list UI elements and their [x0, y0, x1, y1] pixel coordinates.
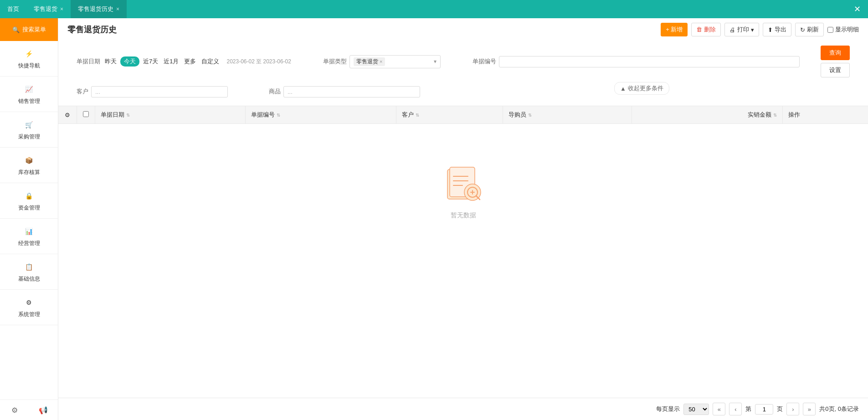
sidebar-item-label: 快捷导航 [18, 62, 40, 70]
customer-select[interactable]: ... [91, 86, 228, 97]
sidebar-item-basic-info[interactable]: 📋 基础信息 [0, 254, 58, 290]
date-label: 单据日期 [77, 57, 100, 66]
page-unit: 页 [777, 405, 783, 413]
th-date: 单据日期 ⇅ [95, 106, 246, 124]
sidebar-search[interactable]: 🔍 搜索菜单 [0, 18, 58, 41]
sidebar-item-sales-mgmt[interactable]: 📈 销售管理 [0, 77, 58, 112]
show-detail-label: 显示明细 [835, 26, 859, 34]
voucher-type-select[interactable]: 零售退货 × ▾ [349, 55, 441, 68]
export-button[interactable]: ⬆ 导出 [763, 23, 791, 36]
sidebar-item-label: 经营管理 [18, 240, 40, 247]
date-range-display: 2023-06-02 至 2023-06-02 [226, 58, 291, 66]
date-opt-custom[interactable]: 自定义 [200, 56, 221, 67]
tab-retail-return-label: 零售退货 [34, 5, 57, 13]
sidebar-item-label: 采购管理 [18, 133, 40, 141]
th-date-sort[interactable]: 单据日期 ⇅ [101, 111, 240, 119]
th-settings[interactable]: ⚙ [58, 106, 77, 124]
th-guide-sort[interactable]: 导购员 ⇅ [508, 111, 626, 119]
th-guide-label: 导购员 [508, 111, 526, 119]
new-button[interactable]: + 新增 [661, 23, 688, 36]
date-opt-more[interactable]: 更多 [182, 56, 198, 67]
date-opt-last1month[interactable]: 近1月 [162, 56, 180, 67]
voucher-type-dropdown-icon: ▾ [434, 58, 437, 65]
prev-page-button[interactable]: ‹ [729, 403, 742, 415]
date-sort-icon: ⇅ [126, 113, 130, 118]
voucher-number-input[interactable] [499, 56, 800, 67]
tab-retail-return[interactable]: 零售退货 × [26, 0, 71, 18]
th-date-label: 单据日期 [101, 111, 124, 119]
th-checkbox[interactable] [77, 106, 95, 124]
number-sort-icon: ⇅ [277, 113, 280, 118]
print-icon: 🖨 [729, 26, 735, 33]
pagination: 每页显示 20 50 100 200 « ‹ 第 1 页 › » 共0页, 0条… [58, 398, 868, 420]
sidebar-item-quick-nav[interactable]: ⚡ 快捷导航 [0, 41, 58, 77]
window-close-icon[interactable]: ✕ [854, 4, 861, 14]
th-customer-label: 客户 [402, 111, 414, 119]
sidebar-item-label: 销售管理 [18, 97, 40, 105]
tab-retail-return-history[interactable]: 零售退货历史 × [71, 0, 127, 18]
empty-state: 暂无数据 [58, 124, 868, 247]
last-page-button[interactable]: » [803, 403, 816, 415]
print-button[interactable]: 🖨 🖨 打印 打印 ▾ [724, 23, 759, 36]
tab-retail-return-history-close[interactable]: × [116, 6, 119, 12]
filter-col-goods: 商品 ... [269, 86, 420, 97]
voucher-number-label: 单据编号 [473, 57, 496, 66]
page-size-label: 每页显示 [656, 405, 680, 413]
page-label: 第 [745, 405, 751, 413]
th-customer: 客户 ⇅ [396, 106, 503, 124]
date-opt-yesterday[interactable]: 昨天 [103, 56, 118, 67]
date-opt-last7[interactable]: 近7天 [141, 56, 160, 67]
date-opt-today[interactable]: 今天 [120, 56, 139, 67]
page-number-input[interactable]: 1 [755, 404, 773, 415]
sidebar-settings-btn[interactable]: ⚙ [0, 400, 29, 420]
empty-icon [441, 160, 486, 206]
table-container: ⚙ 单据日期 ⇅ 单据编号 [58, 106, 868, 398]
top-bar: 首页 零售退货 × 零售退货历史 × ✕ [0, 0, 868, 18]
delete-button[interactable]: 🗑 删除 [691, 23, 721, 36]
refresh-icon: ↻ [800, 26, 805, 33]
sidebar-item-purchase-mgmt[interactable]: 🛒 采购管理 [0, 112, 58, 148]
th-number-sort[interactable]: 单据编号 ⇅ [251, 111, 390, 119]
collapse-label: 收起更多条件 [628, 84, 663, 92]
th-number: 单据编号 ⇅ [246, 106, 396, 124]
tab-retail-return-close[interactable]: × [60, 6, 63, 12]
total-info: 共0页, 0条记录 [819, 405, 859, 413]
quick-nav-icon: ⚡ [23, 47, 36, 60]
voucher-type-tag: 零售退货 × [354, 57, 385, 66]
th-amount-sort[interactable]: 实销金额 ⇅ [637, 111, 777, 119]
action-buttons: 查询 设置 [821, 46, 850, 77]
collapse-more-btn[interactable]: ▲ 收起更多条件 [614, 82, 669, 95]
sales-icon: 📈 [23, 83, 36, 96]
sidebar-item-finance-mgmt[interactable]: 🔒 资金管理 [0, 183, 58, 219]
sidebar: 🔍 搜索菜单 ⚡ 快捷导航 📈 销售管理 🛒 采购管理 📦 库存核算 🔒 资金管… [0, 18, 58, 420]
show-detail-checkbox[interactable]: 显示明细 [827, 26, 859, 34]
sidebar-item-inventory-check[interactable]: 📦 库存核算 [0, 148, 58, 183]
sidebar-item-system-mgmt[interactable]: ⚙ 系统管理 [0, 290, 58, 325]
tab-home[interactable]: 首页 [0, 0, 26, 18]
voucher-type-tag-close[interactable]: × [380, 59, 382, 64]
query-button[interactable]: 查询 [821, 46, 850, 60]
goods-select[interactable]: ... [283, 86, 420, 97]
voucher-type-label: 单据类型 [323, 57, 347, 66]
empty-cell: 暂无数据 [58, 124, 868, 247]
voucher-type-tag-text: 零售退货 [356, 58, 378, 66]
empty-text: 暂无数据 [451, 211, 476, 220]
column-settings-icon[interactable]: ⚙ [65, 112, 70, 118]
th-customer-sort[interactable]: 客户 ⇅ [402, 111, 497, 119]
th-amount-label: 实销金额 [748, 111, 771, 119]
page-size-select[interactable]: 20 50 100 200 [683, 404, 709, 415]
filter-area: 单据日期 昨天 今天 近7天 近1月 更多 自定义 2023-06-02 至 2… [67, 41, 859, 106]
data-table: ⚙ 单据日期 ⇅ 单据编号 [58, 106, 868, 247]
page-title: 零售退货历史 [67, 24, 117, 35]
system-icon: ⚙ [23, 296, 36, 309]
refresh-button[interactable]: ↻ 刷新 [795, 23, 824, 36]
select-all-checkbox[interactable] [83, 111, 89, 117]
next-page-button[interactable]: › [786, 403, 799, 415]
finance-icon: 🔒 [23, 190, 36, 202]
show-detail-input[interactable] [827, 27, 833, 33]
first-page-button[interactable]: « [713, 403, 725, 415]
sidebar-speaker-btn[interactable]: 📢 [29, 400, 58, 420]
sidebar-item-ops-mgmt[interactable]: 📊 经营管理 [0, 219, 58, 254]
filter-settings-button[interactable]: 设置 [821, 63, 850, 77]
guide-sort-icon: ⇅ [528, 113, 532, 118]
